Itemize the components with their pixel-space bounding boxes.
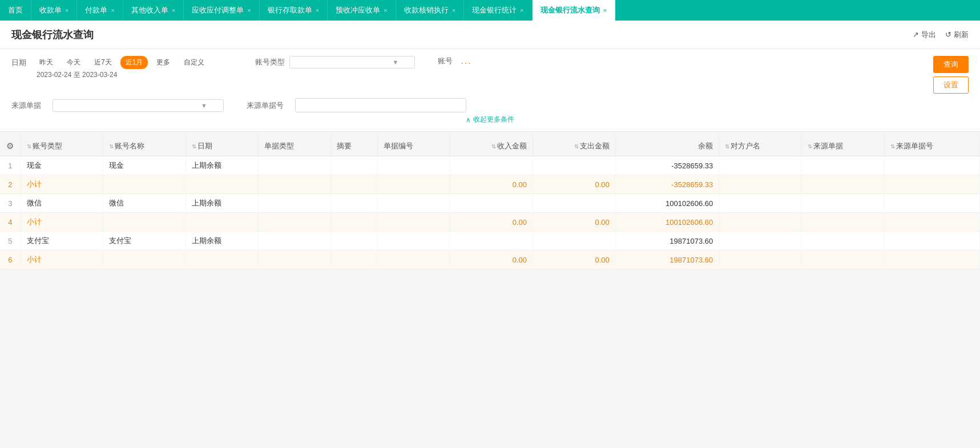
cell-expense	[533, 232, 616, 251]
collapse-bar[interactable]: ∧ 收起更多条件	[11, 112, 969, 127]
column-header-source_doc_no[interactable]: ⇅来源单据号	[884, 136, 979, 156]
nav-tab[interactable]: 现金银行流水查询×	[533, 0, 615, 21]
cell-balance: 100102606.60	[615, 194, 719, 213]
source-doc-no-label: 来源单据号	[247, 100, 284, 111]
cell-balance: -3528659.33	[615, 175, 719, 194]
data-table: ⚙⇅账号类型⇅账号名称⇅日期单据类型摘要单据编号⇅收入金额⇅支出金额余额⇅对方户…	[0, 136, 980, 269]
nav-home[interactable]: 首页	[0, 0, 31, 21]
cell-doc_type	[259, 156, 331, 175]
column-header-account_name[interactable]: ⇅账号名称	[103, 136, 186, 156]
nav-tab[interactable]: 付款单×	[77, 0, 123, 21]
column-header-account_type[interactable]: ⇅账号类型	[21, 136, 103, 156]
cell-doc_no	[378, 175, 450, 194]
nav-tab[interactable]: 现金银行统计×	[464, 0, 532, 21]
cell-counterparty	[719, 232, 802, 251]
column-header-balance: 余额	[615, 136, 719, 156]
column-header-doc_no: 单据编号	[378, 136, 450, 156]
cell-counterparty	[719, 194, 802, 213]
account-type-select[interactable]: ▼	[289, 56, 415, 68]
table-header: ⚙⇅账号类型⇅账号名称⇅日期单据类型摘要单据编号⇅收入金额⇅支出金额余额⇅对方户…	[0, 136, 980, 156]
nav-tab[interactable]: 收款单×	[31, 0, 77, 21]
cell-doc_no	[378, 213, 450, 232]
sort-arrows-icon: ⇅	[27, 143, 31, 150]
cell-source_doc	[801, 194, 884, 213]
column-header-summary: 摘要	[331, 136, 378, 156]
sort-arrows-icon: ⇅	[808, 143, 812, 150]
source-doc-select[interactable]: ▼	[53, 99, 224, 112]
sort-arrows-icon: ⇅	[725, 143, 729, 150]
tab-close-icon[interactable]: ×	[111, 7, 114, 14]
tab-close-icon[interactable]: ×	[247, 7, 251, 14]
tab-close-icon[interactable]: ×	[520, 7, 523, 14]
cell-summary	[331, 175, 378, 194]
cell-expense: 0.00	[533, 175, 616, 194]
nav-tabs: 收款单×付款单×其他收入单×应收应付调整单×银行存取款单×预收冲应收单×收款核销…	[31, 0, 980, 21]
nav-tab[interactable]: 银行存取款单×	[260, 0, 328, 21]
cell-account_type: 微信	[21, 194, 103, 213]
refresh-button[interactable]: ↺ 刷新	[945, 30, 969, 40]
tab-close-icon[interactable]: ×	[452, 7, 455, 14]
account-dots-button[interactable]: ...	[461, 56, 471, 66]
column-header-date[interactable]: ⇅日期	[185, 136, 258, 156]
cell-source_doc_no	[884, 194, 979, 213]
date-option[interactable]: 近1月	[120, 56, 148, 69]
date-option[interactable]: 昨天	[34, 56, 58, 69]
nav-tab[interactable]: 收款核销执行×	[396, 0, 464, 21]
cell-doc_no	[378, 156, 450, 175]
cell-summary	[331, 213, 378, 232]
nav-tab[interactable]: 应收应付调整单×	[184, 0, 259, 21]
cell-account_name: 支付宝	[103, 232, 186, 251]
filter-area: 日期 昨天今天近7天近1月更多自定义 2023-02-24 至 2023-03-…	[0, 49, 980, 132]
cell-source_doc	[801, 175, 884, 194]
cell-date	[185, 175, 258, 194]
cell-doc_no	[378, 194, 450, 213]
cell-doc_type	[259, 232, 331, 251]
table-body: 1现金现金上期余额-3528659.332小计0.000.00-3528659.…	[0, 156, 980, 269]
cell-balance: 100102606.60	[615, 213, 719, 232]
sort-arrows-icon: ⇅	[192, 143, 196, 150]
date-option[interactable]: 近7天	[89, 56, 117, 69]
export-button[interactable]: ↗ 导出	[913, 30, 936, 40]
date-option[interactable]: 今天	[62, 56, 86, 69]
table-row: 6小计0.000.0019871073.60	[0, 251, 980, 269]
cell-balance: 19871073.60	[615, 251, 719, 269]
date-option[interactable]: 自定义	[179, 56, 209, 69]
cell-account_name	[103, 251, 186, 269]
column-header-expense[interactable]: ⇅支出金额	[533, 136, 616, 156]
cell-summary	[331, 194, 378, 213]
cell-counterparty	[719, 175, 802, 194]
tab-close-icon[interactable]: ×	[172, 7, 175, 14]
tab-close-icon[interactable]: ×	[65, 7, 68, 14]
source-doc-no-input[interactable]	[295, 98, 466, 112]
column-header-income[interactable]: ⇅收入金额	[450, 136, 533, 156]
cell-account_name: 微信	[103, 194, 186, 213]
tab-close-icon[interactable]: ×	[603, 7, 607, 14]
table-row: 5支付宝支付宝上期余额19871073.60	[0, 232, 980, 251]
column-header-source_doc[interactable]: ⇅来源单据	[801, 136, 884, 156]
row-num: 5	[0, 232, 21, 251]
cell-account_type: 现金	[21, 156, 103, 175]
tab-close-icon[interactable]: ×	[316, 7, 319, 14]
refresh-label: 刷新	[954, 30, 969, 40]
nav-tab[interactable]: 预收冲应收单×	[328, 0, 396, 21]
cell-account_name: 现金	[103, 156, 186, 175]
cell-source_doc_no	[884, 156, 979, 175]
cell-counterparty	[719, 213, 802, 232]
cell-account_type: 小计	[21, 175, 103, 194]
cell-source_doc	[801, 213, 884, 232]
row-num: 1	[0, 156, 21, 175]
source-doc-label: 来源单据	[11, 100, 41, 111]
date-option[interactable]: 更多	[151, 56, 175, 69]
tab-close-icon[interactable]: ×	[384, 7, 387, 14]
account-type-chevron: ▼	[392, 59, 398, 66]
column-header-counterparty[interactable]: ⇅对方户名	[719, 136, 802, 156]
cell-date	[185, 251, 258, 269]
account-type-label: 账号类型	[255, 57, 285, 67]
sort-arrows-icon: ⇅	[574, 143, 579, 150]
cell-summary	[331, 251, 378, 269]
table-row: 1现金现金上期余额-3528659.33	[0, 156, 980, 175]
settings-button[interactable]: 设置	[933, 76, 969, 94]
gear-icon[interactable]: ⚙	[6, 141, 14, 151]
query-button[interactable]: 查询	[933, 56, 969, 73]
nav-tab[interactable]: 其他收入单×	[123, 0, 184, 21]
